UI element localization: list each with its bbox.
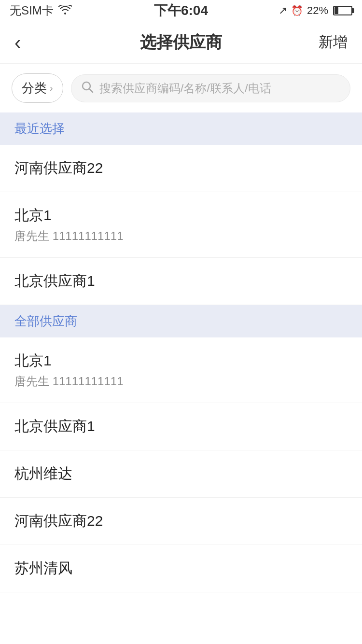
recent-list: 河南供应商22 北京1 唐先生 11111111111 北京供应商1 bbox=[0, 145, 362, 305]
list-item[interactable]: 北京供应商1 bbox=[0, 258, 362, 305]
all-section-label: 全部供应商 bbox=[14, 314, 77, 328]
category-filter-button[interactable]: 分类 › bbox=[12, 73, 63, 103]
status-time: 下午6:04 bbox=[154, 1, 208, 20]
battery-icon bbox=[333, 6, 352, 15]
category-label: 分类 bbox=[22, 80, 47, 97]
all-list: 北京1 唐先生 11111111111 北京供应商1 杭州维达 河南供应商22 … bbox=[0, 337, 362, 592]
list-item[interactable]: 北京1 唐先生 11111111111 bbox=[0, 337, 362, 403]
item-name: 北京1 bbox=[14, 206, 348, 225]
list-item[interactable]: 河南供应商22 bbox=[0, 145, 362, 192]
alarm-icon: ⏰ bbox=[291, 5, 303, 16]
recent-section-label: 最近选择 bbox=[14, 121, 65, 136]
recent-section-header: 最近选择 bbox=[0, 112, 362, 145]
filter-bar: 分类 › 搜索供应商编码/名称/联系人/电话 bbox=[0, 64, 362, 112]
battery-percent: 22% bbox=[307, 4, 328, 17]
carrier-text: 无SIM卡 bbox=[10, 3, 54, 18]
item-contact: 唐先生 11111111111 bbox=[14, 374, 348, 389]
chevron-right-icon: › bbox=[50, 83, 53, 94]
svg-line-1 bbox=[89, 89, 93, 92]
status-left: 无SIM卡 bbox=[10, 3, 72, 18]
list-item[interactable]: 苏州清风 bbox=[0, 545, 362, 592]
item-name: 北京1 bbox=[14, 351, 348, 371]
list-item[interactable]: 河南供应商22 bbox=[0, 498, 362, 545]
nav-bar: ‹ 选择供应商 新增 bbox=[0, 21, 362, 64]
list-item[interactable]: 北京1 唐先生 11111111111 bbox=[0, 192, 362, 258]
list-item[interactable]: 北京供应商1 bbox=[0, 403, 362, 450]
status-bar: 无SIM卡 下午6:04 ↗ ⏰ 22% bbox=[0, 0, 362, 21]
item-name: 苏州清风 bbox=[14, 559, 348, 578]
item-name: 河南供应商22 bbox=[14, 511, 348, 531]
search-placeholder: 搜索供应商编码/名称/联系人/电话 bbox=[99, 81, 271, 96]
item-name: 北京供应商1 bbox=[14, 271, 348, 291]
item-name: 杭州维达 bbox=[14, 464, 348, 484]
page-title: 选择供应商 bbox=[140, 31, 222, 54]
add-button[interactable]: 新增 bbox=[319, 32, 348, 52]
wifi-icon bbox=[58, 4, 72, 17]
status-right: ↗ ⏰ 22% bbox=[278, 4, 352, 17]
back-button[interactable]: ‹ bbox=[14, 33, 21, 52]
item-name: 北京供应商1 bbox=[14, 417, 348, 436]
list-item[interactable]: 杭州维达 bbox=[0, 450, 362, 498]
item-contact: 唐先生 11111111111 bbox=[14, 228, 348, 244]
item-name: 河南供应商22 bbox=[14, 158, 348, 178]
search-icon bbox=[81, 81, 94, 96]
location-icon: ↗ bbox=[278, 4, 287, 17]
search-box[interactable]: 搜索供应商编码/名称/联系人/电话 bbox=[71, 74, 350, 102]
all-section-header: 全部供应商 bbox=[0, 305, 362, 337]
